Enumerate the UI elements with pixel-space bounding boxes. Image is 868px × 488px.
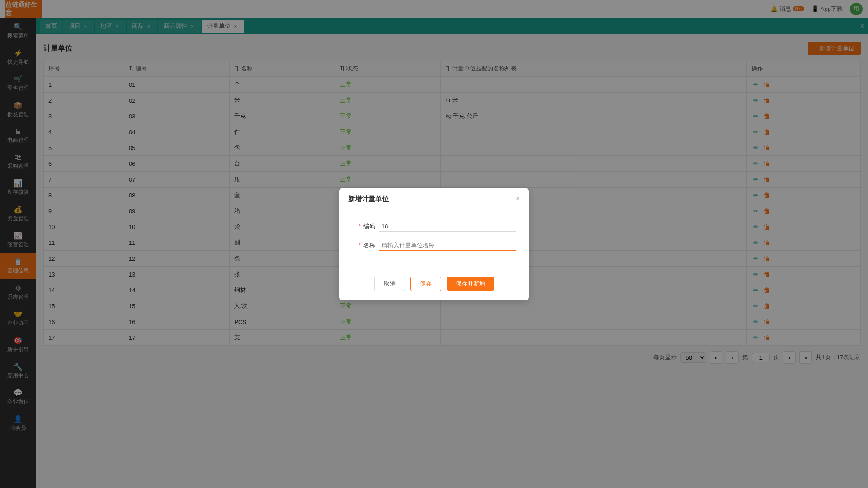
save-button[interactable]: 保存: [410, 277, 441, 291]
code-input[interactable]: [379, 221, 516, 232]
modal-header: 新增计量单位 ×: [339, 188, 529, 210]
modal-close-button[interactable]: ×: [516, 195, 520, 203]
form-item-code: * 编码: [352, 221, 516, 232]
form-item-name: * 名称: [352, 240, 516, 251]
modal-footer: 取消 保存 保存并新增: [339, 270, 529, 300]
required-star-code: *: [359, 223, 361, 230]
save-and-new-button[interactable]: 保存并新增: [447, 277, 494, 291]
add-unit-modal: 新增计量单位 × * 编码 * 名称 取消 保存 保存并新增: [339, 188, 529, 300]
form-label-name: * 名称: [352, 241, 379, 249]
modal-title: 新增计量单位: [348, 195, 389, 203]
modal-body: * 编码 * 名称: [339, 210, 529, 270]
required-star-name: *: [359, 242, 361, 249]
modal-overlay: 新增计量单位 × * 编码 * 名称 取消 保存 保存并新增: [0, 0, 868, 488]
name-input[interactable]: [379, 240, 516, 251]
cancel-button[interactable]: 取消: [374, 277, 405, 291]
form-label-code: * 编码: [352, 222, 379, 230]
